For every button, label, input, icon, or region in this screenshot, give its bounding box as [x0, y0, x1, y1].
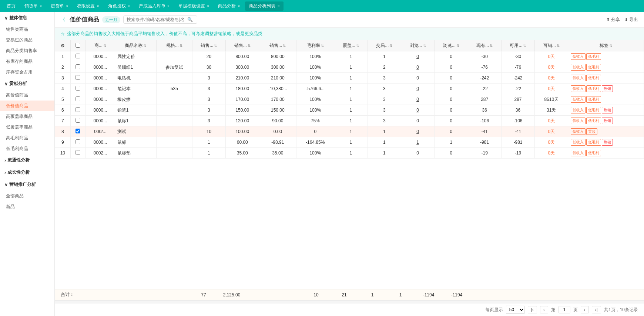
sidebar-item-category-sales[interactable]: 商品分类销售率	[0, 45, 54, 56]
cell-checkbox[interactable]	[70, 137, 85, 148]
sidebar-item-traded-goods[interactable]: 交易过的商品	[0, 35, 54, 45]
last-page-btn[interactable]: ›|	[592, 306, 601, 313]
row-checkbox[interactable]	[76, 118, 80, 123]
cell-pv[interactable]: 0	[401, 116, 434, 126]
cell-pv[interactable]: 0	[401, 84, 434, 94]
table-area[interactable]: ⚙ 商...⇅ 商品名称⇅ 规格...⇅ 销售...⇅ 销售...⇅ 销售...…	[55, 40, 644, 289]
nav-goods-list[interactable]: 商品分析列表 ×	[245, 1, 283, 11]
sidebar-group-overall[interactable]: ∨ 整体信息	[0, 12, 54, 24]
sidebar-group-contribution[interactable]: ∨ 贡献分析	[0, 78, 54, 90]
cell-pv[interactable]: 0	[401, 148, 434, 159]
page-number-input[interactable]	[559, 306, 570, 313]
cell-pv[interactable]: 0	[401, 126, 434, 137]
col-checkbox[interactable]	[70, 40, 85, 51]
row-checkbox[interactable]	[76, 150, 80, 155]
cell-name[interactable]: 属性定价	[115, 51, 156, 62]
cell-checkbox[interactable]	[70, 94, 85, 105]
sidebar-collapse-btn[interactable]: 《	[61, 17, 65, 23]
col-uv[interactable]: 浏览...⇅	[435, 40, 468, 51]
col-pv[interactable]: 浏览...⇅	[401, 40, 434, 51]
next-page-btn[interactable]: ›	[581, 306, 589, 313]
sidebar-group-marketing[interactable]: ∨ 营销推广分析	[0, 179, 54, 191]
col-sales-price[interactable]: 销售...⇅	[259, 40, 296, 51]
col-code[interactable]: 商...⇅	[85, 40, 115, 51]
row-checkbox[interactable]	[76, 96, 80, 101]
col-sellable[interactable]: 可销...⇅	[535, 40, 568, 51]
sidebar-item-stocked-goods[interactable]: 有库存的商品	[0, 56, 54, 67]
col-name[interactable]: 商品名称⇅	[115, 40, 156, 51]
sidebar-item-all-goods[interactable]: 全部商品	[0, 191, 54, 201]
nav-close-permissions[interactable]: ×	[97, 4, 99, 8]
cell-pv[interactable]: 0	[401, 62, 434, 73]
cell-name[interactable]: 笔记本	[115, 84, 156, 94]
cell-pv[interactable]: 0	[401, 105, 434, 116]
sidebar-item-low-value[interactable]: 低价值商品	[0, 101, 54, 111]
per-page-select[interactable]: 50 100 200	[506, 306, 525, 314]
horizontal-scrollbar[interactable]	[55, 300, 644, 303]
cell-name[interactable]: 橡皮擦	[115, 94, 156, 105]
nav-templates[interactable]: 单据模板设置 ×	[175, 1, 213, 11]
sidebar-item-high-value[interactable]: 高价值商品	[0, 90, 54, 101]
nav-purchase[interactable]: 进货单 ×	[47, 1, 72, 11]
nav-close-goods-analysis[interactable]: ×	[238, 4, 240, 8]
nav-close-templates[interactable]: ×	[207, 4, 209, 8]
cell-checkbox[interactable]	[70, 116, 85, 126]
col-trade[interactable]: 交易...⇅	[368, 40, 401, 51]
cell-checkbox[interactable]	[70, 105, 85, 116]
sidebar-item-low-margin[interactable]: 低毛利商品	[0, 143, 54, 154]
sidebar-group-growth[interactable]: › 成长性分析	[0, 166, 54, 179]
sidebar-item-stock-capital[interactable]: 库存资金占用	[0, 67, 54, 78]
cell-pv[interactable]: 0	[401, 73, 434, 84]
nav-permissions[interactable]: 权限设置 ×	[73, 1, 103, 11]
nav-close-production[interactable]: ×	[167, 4, 170, 8]
cell-name[interactable]: 吴细细1	[115, 62, 156, 73]
nav-close-purchase[interactable]: ×	[66, 4, 68, 8]
nav-goods-analysis[interactable]: 商品分析 ×	[214, 1, 244, 11]
col-sales-amt[interactable]: 销售...⇅	[226, 40, 259, 51]
nav-production[interactable]: 产成品入库单 ×	[135, 1, 173, 11]
cell-checkbox[interactable]	[70, 51, 85, 62]
sidebar-group-flow[interactable]: › 流通性分析	[0, 154, 54, 166]
cell-checkbox[interactable]	[70, 62, 85, 73]
row-checkbox[interactable]	[76, 64, 80, 69]
cell-name[interactable]: 电话机	[115, 73, 156, 84]
select-all-checkbox[interactable]	[76, 43, 80, 48]
row-checkbox[interactable]	[76, 75, 80, 80]
row-checkbox[interactable]	[76, 54, 80, 58]
nav-sales[interactable]: 销货单 ×	[21, 1, 46, 11]
col-settings[interactable]: ⚙	[55, 40, 71, 51]
sidebar-item-low-coverage[interactable]: 低覆盖率商品	[0, 122, 54, 133]
cell-pv[interactable]: 0	[401, 51, 434, 62]
search-icon[interactable]: 🔍	[187, 17, 193, 22]
sidebar-item-high-coverage[interactable]: 高覆盖率商品	[0, 111, 54, 122]
cell-name[interactable]: 鼠标1	[115, 116, 156, 126]
col-sales-qty[interactable]: 销售...⇅	[192, 40, 225, 51]
col-stock[interactable]: 现有...⇅	[468, 40, 501, 51]
cell-pv[interactable]: 0	[401, 94, 434, 105]
cell-checkbox[interactable]	[70, 148, 85, 159]
sidebar-item-new-goods[interactable]: 新品	[0, 201, 54, 212]
sidebar-item-high-margin[interactable]: 高毛利商品	[0, 133, 54, 143]
export-button[interactable]: ⬇ 导出	[624, 17, 638, 23]
nav-roles[interactable]: 角色授权 ×	[104, 1, 134, 11]
row-checkbox[interactable]	[76, 107, 80, 112]
cell-name[interactable]: 测试	[115, 126, 156, 137]
row-checkbox[interactable]	[76, 86, 80, 91]
col-tags[interactable]: 标签⇅	[568, 40, 644, 51]
nav-home[interactable]: 首页	[3, 1, 19, 11]
date-filter-tag[interactable]: 近一月	[102, 16, 120, 23]
share-button[interactable]: ⬆ 分享	[606, 17, 620, 23]
col-spec[interactable]: 规格...⇅	[157, 40, 192, 51]
col-coverage[interactable]: 覆盖...⇅	[334, 40, 368, 51]
nav-close-goods-list[interactable]: ×	[278, 4, 280, 8]
prev-page-btn[interactable]: ‹	[540, 306, 548, 313]
cell-name[interactable]: 鼠标	[115, 137, 156, 148]
nav-close-sales[interactable]: ×	[40, 4, 42, 8]
cell-pv[interactable]: 1	[401, 137, 434, 148]
col-available[interactable]: 可用...⇅	[501, 40, 534, 51]
cell-name[interactable]: 鼠标垫	[115, 148, 156, 159]
search-input[interactable]	[127, 17, 186, 22]
nav-close-roles[interactable]: ×	[128, 4, 130, 8]
cell-checkbox[interactable]	[70, 84, 85, 94]
cell-checkbox[interactable]	[70, 73, 85, 84]
